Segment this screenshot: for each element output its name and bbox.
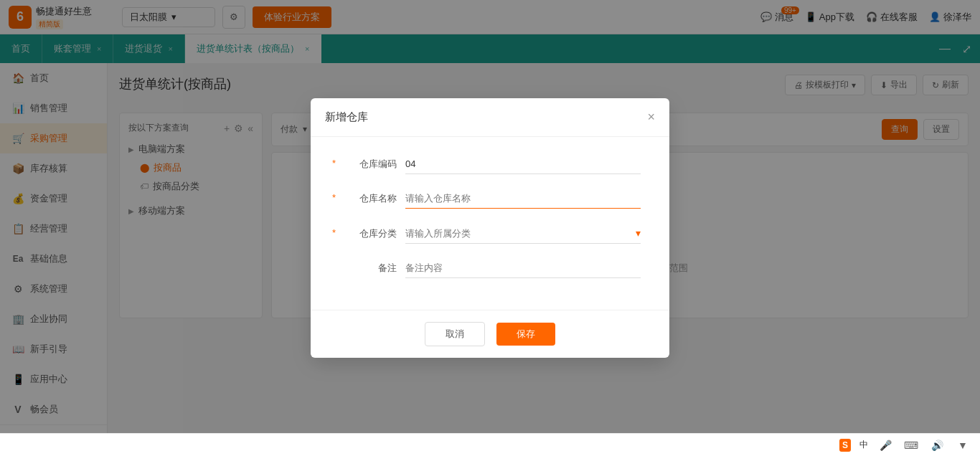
dropdown-arrow-icon: ▾: [636, 227, 641, 239]
save-button[interactable]: 保存: [496, 323, 555, 346]
dialog-title: 新增仓库: [325, 110, 368, 124]
dialog-body: 仓库编码 仓库名称 仓库分类 ▾ 备注: [311, 137, 669, 310]
cancel-button[interactable]: 取消: [425, 322, 485, 346]
code-input[interactable]: [405, 154, 641, 174]
form-row-category: 仓库分类 ▾: [339, 223, 641, 244]
form-row-code: 仓库编码: [339, 154, 641, 174]
dialog-close-icon[interactable]: ×: [647, 110, 655, 125]
dialog-footer: 取消 保存: [311, 310, 669, 358]
form-row-name: 仓库名称: [339, 189, 641, 209]
s-logo: S: [839, 439, 851, 452]
microphone-icon[interactable]: 🎤: [877, 437, 894, 454]
category-input[interactable]: [405, 228, 636, 239]
code-label: 仓库编码: [339, 158, 397, 171]
dropdown-icon[interactable]: ▼: [954, 437, 971, 454]
category-label: 仓库分类: [339, 227, 397, 240]
keyboard-icon[interactable]: ⌨: [903, 437, 920, 454]
volume-icon[interactable]: 🔊: [928, 437, 946, 454]
category-select[interactable]: ▾: [405, 223, 641, 244]
remark-input[interactable]: [405, 258, 641, 278]
name-input[interactable]: [405, 189, 641, 209]
new-warehouse-dialog: 新增仓库 × 仓库编码 仓库名称 仓库分类 ▾: [311, 98, 669, 358]
form-row-remark: 备注: [339, 258, 641, 278]
remark-label: 备注: [339, 262, 397, 275]
bottom-bar: S 中 🎤 ⌨ 🔊 ▼: [0, 433, 980, 456]
modal-overlay[interactable]: 新增仓库 × 仓库编码 仓库名称 仓库分类 ▾: [0, 0, 980, 456]
name-label: 仓库名称: [339, 192, 397, 205]
dialog-header: 新增仓库 ×: [311, 98, 669, 137]
cn-text: 中: [859, 439, 868, 451]
